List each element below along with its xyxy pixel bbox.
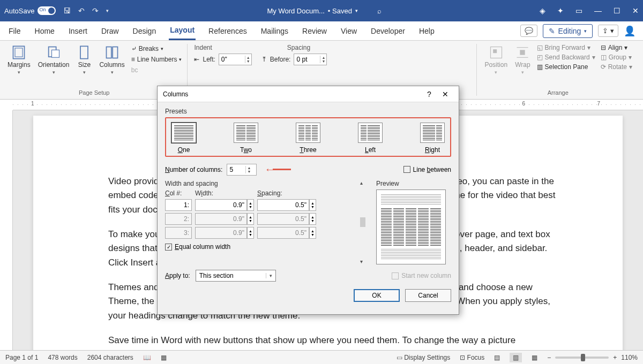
preset-three[interactable]: Three [296, 123, 320, 154]
tab-file[interactable]: File [8, 22, 22, 40]
print-layout-icon[interactable]: ▥ [510, 353, 522, 362]
tab-insert[interactable]: Insert [68, 22, 88, 40]
num-columns-input[interactable]: ▲▼ [227, 164, 257, 176]
diamond-icon[interactable]: ◈ [540, 6, 545, 15]
tab-developer[interactable]: Developer [370, 22, 406, 40]
comments-button[interactable]: 💬 [520, 25, 537, 37]
rotate-button[interactable]: ⟳Rotate ▾ [601, 63, 632, 71]
width-cell: 0.9" [195, 227, 247, 239]
redo-icon[interactable]: ↷ [92, 6, 99, 15]
column-scroll[interactable]: ▴▾ [360, 180, 365, 264]
width-cell[interactable]: 0.9" [195, 199, 247, 211]
page-count[interactable]: Page 1 of 1 [5, 354, 38, 361]
columns-button[interactable]: Columns▾ [98, 44, 125, 76]
title-dropdown-icon[interactable]: ▾ [355, 8, 358, 13]
vertical-ruler[interactable] [0, 110, 13, 357]
spacing-cell[interactable]: 0.5" [257, 199, 309, 211]
group-objects-button[interactable]: ◫Group ▾ [601, 54, 632, 61]
char-count[interactable]: 2604 characters [87, 354, 133, 361]
selection-pane-button[interactable]: ▥Selection Pane [537, 63, 595, 71]
position-button[interactable]: Position▾ [483, 44, 509, 76]
tab-design[interactable]: Design [132, 22, 158, 40]
tab-review[interactable]: Review [301, 22, 328, 40]
bring-forward-button[interactable]: ◱Bring Forward ▾ [537, 44, 595, 51]
preview-label: Preview [376, 180, 451, 187]
arrange-group-label: Arrange [483, 88, 632, 96]
send-backward-button[interactable]: ◰Send Backward ▾ [537, 54, 595, 61]
tab-layout[interactable]: Layout [169, 21, 196, 40]
display-settings-button[interactable]: ▭ Display Settings [397, 354, 450, 361]
tab-help[interactable]: Help [418, 22, 436, 40]
editing-mode-button[interactable]: ✎ Editing ▾ [543, 24, 593, 38]
start-new-column-checkbox: Start new column [392, 272, 451, 279]
align-button[interactable]: ⊟Align ▾ [601, 44, 632, 51]
svg-rect-9 [520, 50, 525, 55]
hyphenation-button[interactable]: bc [131, 66, 182, 74]
word-count[interactable]: 478 words [48, 354, 77, 361]
indent-label: Indent [194, 44, 212, 51]
width-spinner: ▲▼ [247, 227, 254, 239]
spacing-before-input[interactable]: ▲▼ [294, 54, 327, 65]
line-between-checkbox[interactable]: Line between [403, 166, 451, 173]
save-icon[interactable]: 🖫 [63, 6, 71, 15]
preset-left[interactable]: Left [358, 123, 383, 154]
columns-dialog: Columns ? ✕ Presets One Two Three Left [157, 86, 459, 315]
dialog-titlebar: Columns ? ✕ [158, 86, 459, 102]
preset-right[interactable]: Right [420, 123, 445, 154]
cancel-button[interactable]: Cancel [405, 289, 451, 302]
zoom-out-icon[interactable]: − [547, 354, 551, 361]
read-mode-icon[interactable]: ▤ [494, 354, 500, 361]
maximize-icon[interactable]: ☐ [614, 6, 620, 15]
ok-button[interactable]: OK [354, 289, 400, 302]
indent-left-input[interactable]: ▲▼ [219, 54, 252, 65]
ribbon-display-icon[interactable]: ▭ [575, 6, 582, 15]
tab-draw[interactable]: Draw [100, 22, 120, 40]
wand-icon[interactable]: ✦ [557, 6, 564, 15]
macro-icon[interactable]: ▦ [161, 354, 167, 361]
zoom-in-icon[interactable]: + [613, 354, 617, 361]
spelling-icon[interactable]: 📖 [143, 354, 151, 361]
spacing-spinner[interactable]: ▲▼ [309, 199, 316, 211]
search-icon[interactable]: ⌕ [377, 7, 382, 15]
preset-one[interactable]: One [171, 123, 196, 154]
close-icon[interactable]: ✕ [632, 6, 639, 15]
margins-button[interactable]: Margins▾ [6, 44, 32, 76]
chevron-down-icon: ▾ [584, 28, 587, 34]
web-layout-icon[interactable]: ▦ [532, 354, 537, 361]
undo-icon[interactable]: ↶ [78, 6, 85, 15]
tab-mailings[interactable]: Mailings [260, 22, 289, 40]
line-numbers-button[interactable]: ≡Line Numbers ▾ [131, 56, 182, 63]
wrap-button[interactable]: Wrap▾ [514, 44, 531, 76]
width-cell: 0.9" [195, 213, 247, 225]
size-button[interactable]: Size▾ [76, 44, 93, 76]
line-numbers-icon: ≡ [131, 56, 135, 63]
qat-dropdown-icon[interactable]: ▾ [106, 8, 109, 13]
zoom-level[interactable]: 110% [621, 354, 638, 361]
apply-to-combo[interactable]: This section ▾ [196, 270, 276, 282]
tab-references[interactable]: References [207, 22, 248, 40]
share-button[interactable]: ⇪ ▾ [598, 25, 618, 37]
breaks-button[interactable]: ⤶Breaks ▾ [131, 45, 182, 52]
width-spinner[interactable]: ▲▼ [247, 199, 254, 211]
presets-group: One Two Three Left Right [165, 117, 451, 157]
tab-view[interactable]: View [340, 22, 358, 40]
autosave-toggle[interactable]: AutoSave On [4, 6, 56, 15]
zoom-slider[interactable] [555, 357, 609, 359]
dialog-help-button[interactable]: ? [421, 90, 437, 98]
col-num-cell[interactable]: 1: [165, 199, 192, 211]
spacing-spinner: ▲▼ [309, 213, 316, 225]
paragraph[interactable]: Save time in Word with new buttons that … [108, 333, 558, 347]
selection-pane-icon: ▥ [537, 63, 543, 71]
zoom-control[interactable]: − + 110% [547, 354, 638, 361]
focus-button[interactable]: ⊡ Focus [460, 354, 484, 361]
autosave-switch[interactable]: On [38, 6, 56, 15]
account-icon[interactable]: 👤 [624, 25, 635, 37]
dialog-close-button[interactable]: ✕ [437, 90, 453, 98]
tab-home[interactable]: Home [34, 22, 56, 40]
preset-two[interactable]: Two [234, 123, 258, 154]
equal-width-checkbox[interactable]: ✓ Equal column width [165, 243, 349, 251]
orientation-button[interactable]: Orientation▾ [37, 44, 71, 76]
statusbar: Page 1 of 1 478 words 2604 characters 📖 … [0, 350, 643, 364]
minimize-icon[interactable]: — [594, 6, 602, 15]
autosave-label: AutoSave [4, 7, 34, 15]
